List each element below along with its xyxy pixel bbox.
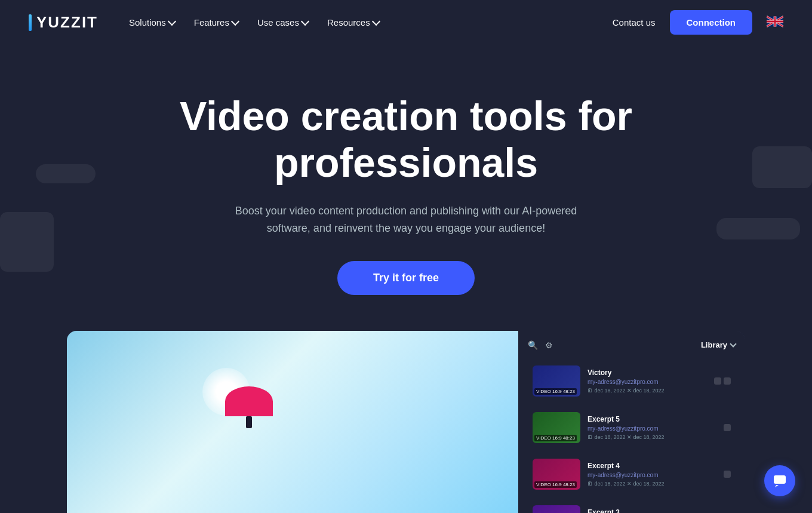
video-actions: [724, 424, 731, 431]
video-list-item[interactable]: VIDEO 16:9 48:23 Victory my-adress@yuzzi…: [528, 360, 736, 403]
action-icon: [724, 377, 731, 385]
paraglider-person: [246, 416, 252, 428]
video-list-item[interactable]: VIDEO 16:9 48:23 Excerpt 4 my-adress@yuz…: [528, 453, 736, 496]
video-thumbnail: VIDEO 16:9 48:23: [533, 365, 580, 397]
chevron-down-icon: [231, 17, 239, 26]
chevron-down-icon: [168, 17, 176, 26]
chevron-down-icon: [372, 17, 380, 26]
nav-item-resources[interactable]: Resources: [320, 13, 386, 32]
deco-rect-left: [0, 212, 54, 272]
action-icon: [714, 377, 721, 385]
library-label: Library: [701, 340, 736, 349]
video-title: Excerpt 4: [588, 462, 716, 470]
chevron-down-icon: [730, 341, 736, 348]
logo-bar-accent: [29, 14, 32, 31]
video-actions: [724, 471, 731, 478]
nav-item-features[interactable]: Features: [187, 13, 245, 32]
video-preview-panel: [67, 331, 518, 513]
hero-title: Video creation tools for professionals: [137, 93, 675, 186]
video-meta: 🗓 dec 18, 2022 ✕ dec 18, 2022: [588, 434, 716, 440]
svg-rect-1: [774, 475, 786, 484]
chevron-down-icon: [301, 17, 309, 26]
main-nav: Solutions Features Use cases Resources: [122, 13, 386, 32]
sidebar-header: 🔍 ⚙ Library: [528, 340, 736, 350]
hero-subtitle: Boost your video content production and …: [221, 202, 591, 237]
video-info: Excerpt 5 my-adress@yuzzitpro.com 🗓 dec …: [588, 415, 716, 440]
video-title: Victory: [588, 368, 707, 377]
video-title: Excerpt 5: [588, 415, 716, 423]
thumb-tag: VIDEO 16:9 48:23: [534, 481, 577, 488]
video-meta: 🗓 dec 18, 2022 ✕ dec 18, 2022: [588, 388, 707, 394]
thumb-tag: VIDEO 16:9 48:23: [534, 435, 577, 441]
logo[interactable]: YUZZIT: [29, 13, 98, 32]
logo-text: YUZZIT: [36, 13, 98, 32]
thumb-tag: VIDEO 16:9 48:23: [534, 388, 577, 395]
paraglider-graphic: [225, 386, 273, 428]
video-info: Excerpt 4 my-adress@yuzzitpro.com 🗓 dec …: [588, 462, 716, 487]
video-email: my-adress@yuzzitpro.com: [588, 425, 716, 432]
video-info: Excerpt 3 my-adress@yuzzitpro.com 🗓 dec …: [588, 508, 716, 513]
video-thumbnail: VIDEO 16:9 48:23: [533, 459, 580, 490]
search-icon[interactable]: 🔍: [528, 340, 538, 350]
deco-pill-left: [36, 164, 96, 183]
deco-pill-right: [716, 218, 800, 239]
app-preview: 🔍 ⚙ Library VIDEO 16:9 48:23 Victory my-…: [67, 331, 745, 513]
sidebar-search-icons: 🔍 ⚙: [528, 340, 553, 350]
video-list-item[interactable]: VIDEO 16:9 48:23 Excerpt 3 my-adress@yuz…: [528, 499, 736, 513]
video-thumbnail: VIDEO 16:9 48:23: [533, 505, 580, 513]
video-meta: 🗓 dec 18, 2022 ✕ dec 18, 2022: [588, 481, 716, 487]
filter-icon[interactable]: ⚙: [545, 340, 553, 350]
video-info: Victory my-adress@yuzzitpro.com 🗓 dec 18…: [588, 368, 707, 394]
video-thumbnail: VIDEO 16:9 48:23: [533, 412, 580, 443]
header-right: Contact us Connection: [613, 10, 783, 35]
header: YUZZIT Solutions Features Use cases Reso…: [0, 0, 812, 45]
video-email: my-adress@yuzzitpro.com: [588, 379, 707, 385]
hero-section: Video creation tools for professionals B…: [0, 45, 812, 331]
video-list-item[interactable]: VIDEO 16:9 48:23 Excerpt 5 my-adress@yuz…: [528, 406, 736, 449]
chat-icon: [773, 474, 787, 487]
contact-us-link[interactable]: Contact us: [613, 17, 656, 27]
connection-button[interactable]: Connection: [670, 10, 753, 35]
nav-item-solutions[interactable]: Solutions: [122, 13, 182, 32]
action-icon: [724, 424, 731, 431]
paraglider-chute: [225, 386, 273, 416]
chat-bubble-button[interactable]: [764, 465, 795, 496]
nav-item-use-cases[interactable]: Use cases: [250, 13, 315, 32]
video-title: Excerpt 3: [588, 508, 716, 513]
video-email: my-adress@yuzzitpro.com: [588, 472, 716, 478]
header-left: YUZZIT Solutions Features Use cases Reso…: [29, 13, 386, 32]
action-icon: [724, 471, 731, 478]
video-actions: [714, 377, 731, 385]
library-sidebar: 🔍 ⚙ Library VIDEO 16:9 48:23 Victory my-…: [518, 331, 745, 513]
language-selector[interactable]: [767, 16, 783, 30]
deco-rect-right-top: [752, 146, 812, 188]
try-for-free-button[interactable]: Try it for free: [337, 261, 475, 295]
